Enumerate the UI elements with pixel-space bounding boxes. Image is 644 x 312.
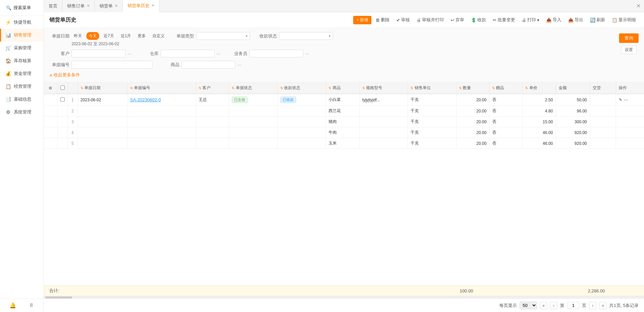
batch-change-icon: ✏	[493, 18, 497, 23]
th-doc-status[interactable]: ⇅ 单据状态	[229, 82, 277, 94]
td-unit: 千克	[408, 94, 456, 106]
row-checkbox[interactable]	[60, 97, 65, 102]
td-doc-status	[229, 138, 277, 149]
last-page-btn[interactable]: »	[599, 302, 607, 309]
customer-input[interactable]	[72, 50, 125, 57]
th-settings[interactable]: ⚙	[44, 82, 57, 94]
tab-sales-order[interactable]: 销售订单 ✕	[62, 0, 95, 12]
notification-icon[interactable]: 🔔	[9, 302, 16, 309]
th-payment-status[interactable]: ⇅ 收款状态	[277, 82, 326, 94]
edit-action-btn[interactable]: ✎	[619, 97, 622, 102]
sidebar-item-finance[interactable]: 💰 资金管理	[0, 67, 44, 80]
td-spec	[359, 106, 408, 116]
td-index: 5	[67, 138, 78, 149]
th-unit[interactable]: ⇅ 销售单位	[408, 82, 456, 94]
payment-status-select-wrap	[279, 32, 333, 40]
refresh-button[interactable]: 🔄 刷新	[587, 16, 608, 24]
query-button[interactable]: 查询	[619, 33, 639, 43]
th-gift[interactable]: ⇅ 赠品	[489, 82, 523, 94]
scroll-bar-area[interactable]	[44, 296, 644, 298]
sidebar-item-sales-mgmt[interactable]: 📊 销售管理	[0, 29, 44, 42]
close-all-tabs-btn[interactable]: ✕	[636, 3, 644, 9]
sidebar-search-item[interactable]: 🔍 搜索菜单	[3, 3, 40, 13]
customer-dots-btn[interactable]: ···	[128, 51, 132, 56]
batch-change-button[interactable]: ✏ 批量变更	[490, 16, 518, 24]
td-settings	[44, 138, 57, 149]
sidebar-item-purchase-mgmt[interactable]: 🛒 采购管理	[0, 42, 44, 54]
per-page-select[interactable]: 50 100	[520, 302, 537, 309]
prev-page-btn[interactable]: ‹	[550, 302, 557, 309]
salesperson-input[interactable]	[249, 50, 303, 57]
sidebar-item-label: 资金管理	[14, 71, 31, 77]
date-btn-today[interactable]: 今天	[86, 32, 99, 40]
tab-sales-delivery[interactable]: 销货单 ✕	[95, 0, 123, 12]
more-action-btn[interactable]: ⋯	[624, 97, 628, 102]
delete-button[interactable]: 🗑 删除	[373, 16, 392, 24]
warehouse-input[interactable]	[161, 50, 215, 57]
delete-icon: 🗑	[375, 18, 380, 23]
tab-home[interactable]: 首页	[44, 0, 62, 12]
import-button[interactable]: 📥 导入	[543, 16, 564, 24]
td-gift: 否	[489, 94, 523, 106]
th-customer[interactable]: ⇅ 客户	[196, 82, 229, 94]
set-button[interactable]: 设置	[621, 46, 637, 54]
tab-sales-delivery-close[interactable]: ✕	[115, 4, 118, 8]
sidebar-item-inventory[interactable]: 🏠 库存核算	[0, 54, 44, 67]
new-button[interactable]: + 新增	[353, 16, 371, 24]
collapse-filter-btn[interactable]: ∧ 收起更多条件	[49, 72, 614, 78]
goods-input[interactable]	[181, 61, 235, 69]
date-btn-custom[interactable]: 自定义	[150, 32, 167, 40]
tab-sales-order-close[interactable]: ✕	[87, 4, 90, 8]
td-qty: 20.00	[456, 127, 489, 138]
print-button[interactable]: 🖨 打印 ▾	[519, 16, 542, 24]
abandon-button[interactable]: ↩ 弃审	[448, 16, 467, 24]
warehouse-dots-btn[interactable]: ···	[217, 51, 221, 56]
th-unit-price[interactable]: ⇅ 单价	[523, 82, 556, 94]
sidebar-item-label: 基础信息	[14, 96, 31, 102]
th-doc-no[interactable]: ⇅ 单据编号	[127, 82, 196, 94]
date-btn-7days[interactable]: 近7天	[101, 32, 116, 40]
collect-button[interactable]: 💲 收款	[468, 16, 489, 24]
show-detail-icon: 📋	[612, 18, 617, 23]
salesperson-dots-btn[interactable]: ···	[305, 51, 309, 56]
td-trade	[590, 106, 616, 116]
select-all-checkbox[interactable]	[60, 85, 65, 90]
show-detail-button[interactable]: 📋 显示明细	[609, 16, 639, 24]
scroll-thumb[interactable]	[45, 296, 72, 298]
sidebar-item-system[interactable]: ⚙ 系统管理	[0, 106, 44, 119]
doc-no-link[interactable]: SA-20230602-0	[130, 97, 161, 102]
audit-print-button[interactable]: 🖨 审核并打印	[414, 16, 447, 24]
td-doc-date	[78, 116, 127, 127]
system-icon: ⚙	[5, 109, 11, 115]
th-doc-date[interactable]: ⇅ 单据日期	[78, 82, 127, 94]
payment-status-select[interactable]	[279, 32, 333, 40]
page-input[interactable]	[567, 302, 579, 309]
sidebar-item-quick-nav[interactable]: ⚡ 快捷导航	[0, 16, 44, 29]
first-page-btn[interactable]: «	[540, 302, 547, 309]
th-spec[interactable]: ⇅ 规格型号	[359, 82, 408, 94]
sidebar-item-operations[interactable]: 📋 经营管理	[0, 80, 44, 93]
next-page-btn[interactable]: ›	[589, 302, 596, 309]
sort-icon: ⇅	[199, 86, 201, 90]
td-amount: 96.00	[556, 106, 590, 116]
goods-filter-label: 商品	[159, 62, 179, 68]
sort-icon: ⇅	[130, 86, 133, 90]
sidebar-item-basic-info[interactable]: 📑 基础信息	[0, 93, 44, 106]
export-button[interactable]: 📤 导出	[565, 16, 586, 24]
date-btn-1month[interactable]: 近1月	[118, 32, 134, 40]
audit-button[interactable]: ✔ 审核	[394, 16, 413, 24]
doc-no-input[interactable]	[72, 61, 152, 69]
page-label: 页	[582, 303, 586, 309]
td-trade	[590, 116, 616, 127]
date-btn-yesterday[interactable]: 昨天	[72, 32, 84, 40]
th-qty[interactable]: ⇅ 数量	[456, 82, 489, 94]
th-goods[interactable]: ⇅ 商品	[326, 82, 360, 94]
pause-icon[interactable]: ⏸	[29, 302, 34, 309]
doc-type-select[interactable]	[196, 32, 250, 40]
goods-dots-btn[interactable]: ···	[237, 62, 242, 68]
tab-sales-history[interactable]: 销货单历史 ✕	[123, 0, 160, 12]
td-customer	[196, 106, 229, 116]
td-amount: 920.00	[556, 127, 590, 138]
date-btn-more[interactable]: 更多	[135, 32, 148, 40]
tab-sales-history-close[interactable]: ✕	[151, 3, 155, 8]
